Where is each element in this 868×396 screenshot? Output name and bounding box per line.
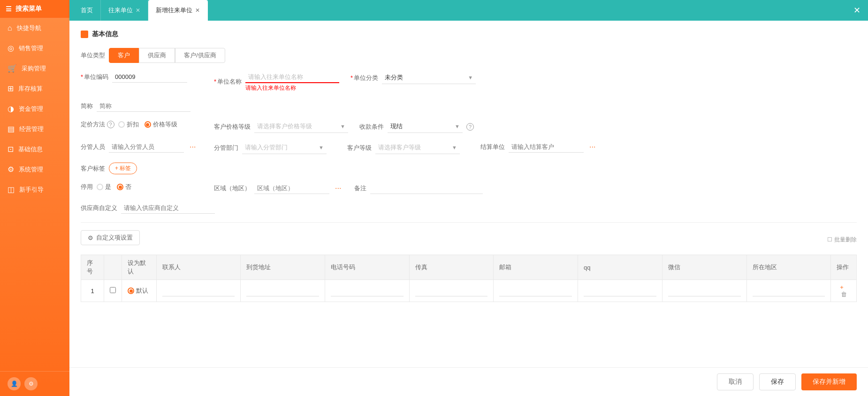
unit-type-both-btn[interactable]: 客户/供应商 — [175, 48, 225, 63]
cell-checkbox[interactable] — [104, 280, 122, 302]
qq-input[interactable] — [584, 285, 656, 296]
wechat-input[interactable] — [668, 285, 741, 296]
disable-no-option[interactable]: 否 — [117, 183, 131, 191]
row-delete-btn[interactable]: 🗑 — [841, 291, 847, 298]
payment-terms-label: 收款条件 — [359, 123, 384, 131]
tab-new-partner[interactable]: 新增往来单位 ✕ — [148, 0, 208, 21]
unit-category-value: 未分类 — [385, 73, 403, 82]
sidebar-item-label: 系统管理 — [19, 165, 43, 174]
default-radio-item[interactable]: 默认 — [128, 287, 151, 295]
cell-phone[interactable] — [325, 280, 410, 302]
batch-delete-label[interactable]: 批量删除 — [834, 236, 857, 244]
tab-home-label: 首页 — [81, 6, 93, 15]
sidebar-item-label: 库存核算 — [18, 85, 43, 93]
settings-footer-icon[interactable]: ⚙ — [24, 377, 38, 390]
unit-type-customer-btn[interactable]: 客户 — [109, 48, 139, 63]
customer-level-label: 客户等级 — [347, 144, 372, 152]
sidebar-item-label: 快捷导航 — [17, 24, 41, 32]
cell-contact[interactable] — [156, 280, 241, 302]
unit-name-input[interactable] — [245, 71, 339, 83]
sidebar-item-sales[interactable]: ◎ 销售管理 — [0, 38, 69, 58]
cell-region[interactable] — [746, 280, 831, 302]
row-add-btn[interactable]: + — [840, 284, 844, 291]
settlement-more-btn[interactable]: ··· — [587, 143, 597, 151]
pricing-method-label: 定价方法 ? — [81, 120, 114, 129]
department-select[interactable]: 请输入分管部门 ▼ — [242, 141, 327, 154]
remarks-input[interactable] — [370, 183, 483, 194]
sidebar-item-guide[interactable]: ◫ 新手引导 — [0, 179, 69, 200]
payment-help-icon[interactable]: ? — [466, 123, 474, 131]
email-input[interactable] — [499, 285, 572, 296]
sidebar-item-inventory[interactable]: ⊞ 库存核算 — [0, 78, 69, 99]
save-and-new-button[interactable]: 保存并新增 — [801, 373, 857, 390]
unit-name-field: *单位名称 请输入往来单位名称 — [214, 71, 339, 92]
sidebar-item-purchase[interactable]: 🛒 采购管理 — [0, 58, 69, 78]
customer-price-level-select[interactable]: 请选择客户价格等级 ▼ — [254, 120, 348, 133]
window-close-button[interactable]: ✕ — [850, 5, 864, 16]
customer-price-level-field: 客户价格等级 请选择客户价格等级 ▼ — [214, 120, 348, 133]
unit-code-input[interactable] — [112, 71, 187, 83]
sidebar-item-base[interactable]: ⊡ 基础信息 — [0, 139, 69, 159]
sidebar-item-operation[interactable]: ▤ 经营管理 — [0, 119, 69, 139]
sidebar: ☰ 搜索菜单 ⌂ 快捷导航 ◎ 销售管理 🛒 采购管理 ⊞ 库存核算 ◑ 资金管… — [0, 0, 69, 396]
cell-qq[interactable] — [578, 280, 662, 302]
add-tag-btn[interactable]: + 标签 — [109, 163, 137, 174]
cell-email[interactable] — [494, 280, 578, 302]
settlement-unit-input[interactable] — [509, 141, 584, 153]
sidebar-search-label: 搜索菜单 — [15, 5, 42, 13]
customer-level-placeholder: 请选择客户等级 — [378, 143, 421, 152]
sidebar-search[interactable]: ☰ 搜索菜单 — [0, 0, 69, 18]
col-email: 邮箱 — [494, 255, 578, 280]
unit-category-select[interactable]: 未分类 ▼ — [382, 71, 476, 84]
customer-level-select[interactable]: 请选择客户等级 ▼ — [375, 141, 460, 154]
remarks-label: 备注 — [354, 184, 366, 193]
region-more-btn[interactable]: ··· — [333, 184, 343, 193]
save-button[interactable]: 保存 — [759, 373, 796, 390]
short-name-input[interactable] — [97, 101, 190, 112]
manager-input[interactable] — [109, 141, 184, 153]
tab-home[interactable]: 首页 — [73, 0, 101, 21]
contact-input[interactable] — [162, 285, 235, 296]
payment-terms-select[interactable]: 现结 ▼ — [388, 120, 463, 133]
row-checkbox[interactable] — [110, 287, 116, 293]
disable-field: 停用 是 否 — [81, 183, 203, 191]
manager-more-btn[interactable]: ··· — [188, 143, 198, 151]
pricing-help-icon[interactable]: ? — [107, 121, 114, 128]
custom-settings-label: 自定义项设置 — [96, 233, 133, 242]
pricing-row: 定价方法 ? 折扣 价格等级 客户价格等级 请选择客户 — [81, 120, 857, 133]
address-input[interactable] — [246, 285, 319, 296]
cell-default[interactable]: 默认 — [122, 280, 157, 302]
form-footer: 取消 保存 保存并新增 — [69, 367, 868, 396]
supplier-custom-input[interactable] — [121, 202, 215, 214]
customer-tags-field: 客户标签 + 标签 — [81, 163, 203, 174]
sidebar-item-finance[interactable]: ◑ 资金管理 — [0, 99, 69, 119]
customer-tags-label: 客户标签 — [81, 164, 105, 173]
col-checkbox — [104, 255, 122, 280]
col-contact: 联系人 — [156, 255, 241, 280]
region-input[interactable] — [254, 183, 329, 194]
supplier-custom-row: 供应商自定义 — [81, 202, 857, 214]
tab-new-partner-close[interactable]: ✕ — [195, 7, 200, 14]
region-table-input[interactable] — [753, 285, 825, 296]
cell-wechat[interactable] — [662, 280, 746, 302]
cancel-button[interactable]: 取消 — [717, 373, 754, 390]
default-label: 默认 — [136, 287, 148, 295]
fax-input[interactable] — [415, 285, 488, 296]
manager-field: 分管人员 ··· — [81, 141, 203, 153]
sidebar-item-system[interactable]: ⚙ 系统管理 — [0, 159, 69, 179]
pricing-level-option[interactable]: 价格等级 — [145, 120, 177, 129]
unit-type-supplier-btn[interactable]: 供应商 — [139, 48, 175, 63]
customer-price-level-label: 客户价格等级 — [214, 123, 251, 131]
phone-input[interactable] — [331, 285, 404, 296]
finance-icon: ◑ — [8, 104, 14, 113]
short-name-label: 简称 — [81, 102, 93, 110]
tab-partner[interactable]: 往来单位 ✕ — [101, 0, 148, 21]
table-row: 1 默认 — [81, 280, 857, 302]
custom-settings-btn[interactable]: ⚙ 自定义项设置 — [81, 230, 140, 245]
tab-partner-close[interactable]: ✕ — [136, 7, 140, 14]
disable-yes-option[interactable]: 是 — [97, 183, 111, 191]
cell-address[interactable] — [241, 280, 325, 302]
cell-fax[interactable] — [409, 280, 494, 302]
pricing-discount-option[interactable]: 折扣 — [118, 120, 139, 129]
sidebar-item-quick-nav[interactable]: ⌂ 快捷导航 — [0, 18, 69, 38]
